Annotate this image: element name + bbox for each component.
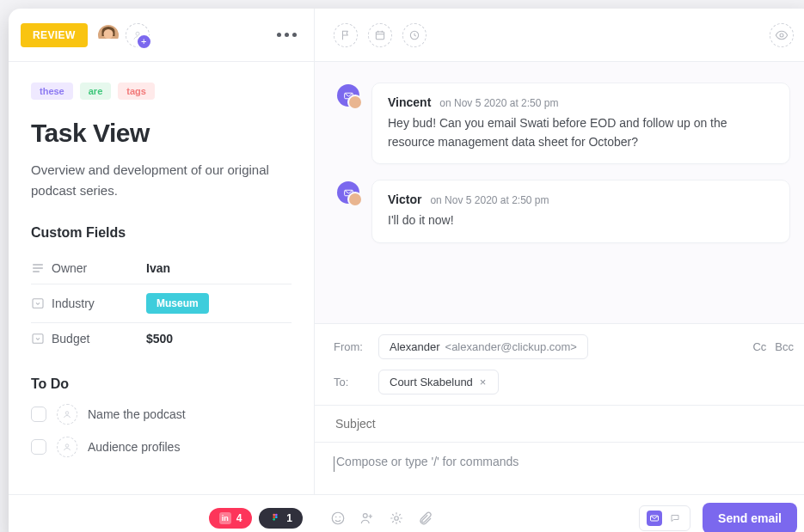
svg-point-15 [332,512,344,524]
mail-icon [343,187,354,199]
cc-button[interactable]: Cc [752,340,766,353]
from-label: From: [334,340,368,353]
invision-count: 4 [236,512,242,524]
tag[interactable]: tags [118,83,155,100]
dropdown-field-icon [31,297,52,310]
to-label: To: [334,376,368,388]
todo-list: Name the podcast Audience profiles [31,404,292,457]
todo-heading: To Do [31,376,292,392]
custom-field-label: Owner [52,261,146,275]
from-name: Alexander [390,340,440,353]
activity-header [315,9,804,62]
todo-checkbox[interactable] [31,439,46,455]
comment-author: Vincent [388,95,431,109]
clock-icon [408,29,420,41]
svg-point-4 [65,444,69,448]
custom-fields-list: Owner Ivan Industry Museum Budget $500 [31,253,292,354]
svg-point-10 [273,513,276,516]
assignee-avatar[interactable] [96,23,120,47]
svg-rect-5 [376,31,384,39]
task-description[interactable]: Overview and development of our original… [31,160,292,201]
svg-point-3 [65,412,69,415]
body-editor[interactable]: Compose or type '/' for commands [315,443,804,491]
send-email-button[interactable]: Send email [703,503,797,533]
status-button[interactable]: REVIEW [21,23,88,47]
tag[interactable]: these [31,83,73,100]
comment-body: Hey bud! Can you email Swati before EOD … [388,114,774,151]
set-date-button[interactable] [368,23,392,47]
body-placeholder: Compose or type '/' for commands [336,455,519,486]
email-mode-icon [647,511,662,526]
todo-checkbox[interactable] [31,407,46,422]
invision-attachments-button[interactable]: in 4 [209,508,253,529]
attach-button[interactable] [418,511,433,526]
todo-label[interactable]: Audience profiles [88,440,180,454]
to-pill[interactable]: Court Skabelund × [378,370,499,394]
task-window: REVIEW + these are tags Task View Overvi… [9,9,804,532]
flag-icon [340,29,352,41]
svg-point-11 [275,513,278,516]
settings-button[interactable] [389,511,404,526]
paperclip-icon [418,511,433,526]
figma-attachments-button[interactable]: 1 [259,508,303,529]
track-time-button[interactable] [402,23,427,47]
custom-field-row: Industry Museum [31,284,292,323]
assign-icon [359,511,375,526]
svg-point-16 [335,516,337,517]
comment-bubble[interactable]: Vincent on Nov 5 2020 at 2:50 pm Hey bud… [371,83,790,164]
comment-author: Victor [388,193,421,206]
from-email: <alexander@clickup.com> [445,340,577,353]
custom-field-label: Industry [52,297,146,310]
remove-recipient-button[interactable]: × [478,376,488,388]
comment-thread: Vincent on Nov 5 2020 at 2:50 pm Hey bud… [315,62,804,250]
dropdown-field-icon [31,332,52,345]
add-assignee-button[interactable]: + [126,23,150,47]
comment: Vincent on Nov 5 2020 at 2:50 pm Hey bud… [337,83,790,164]
subject-input[interactable] [334,416,794,431]
person-icon [62,442,72,452]
custom-fields-heading: Custom Fields [31,225,292,241]
watch-button[interactable] [770,23,794,47]
custom-field-label: Budget [52,332,146,345]
mail-icon [343,90,354,101]
custom-field-value[interactable]: $500 [146,332,173,345]
more-menu-button[interactable] [272,28,302,42]
svg-rect-2 [33,334,43,344]
todo-assignee-button[interactable] [57,437,77,457]
tag[interactable]: are [80,83,112,100]
text-field-icon [31,261,52,275]
todo-item: Name the podcast [31,404,292,425]
comment-bubble[interactable]: Victor on Nov 5 2020 at 2:50 pm I'll do … [371,180,790,243]
comment: Victor on Nov 5 2020 at 2:50 pm I'll do … [337,180,790,243]
task-header: REVIEW + [9,9,314,62]
compose-mode-toggle[interactable] [639,505,690,531]
from-pill[interactable]: Alexander <alexander@clickup.com> [378,334,588,359]
task-title[interactable]: Task View [31,119,292,148]
svg-point-7 [780,34,783,37]
todo-label[interactable]: Name the podcast [88,407,186,421]
comment-timestamp: on Nov 5 2020 at 2:50 pm [430,194,549,206]
to-name: Court Skabelund [390,376,473,388]
custom-field-value[interactable]: Ivan [146,261,170,275]
task-panel: REVIEW + these are tags Task View Overvi… [9,9,315,532]
subject-row [315,405,804,443]
comment-avatar [337,84,359,107]
to-row: To: Court Skabelund × [315,370,804,405]
person-icon [62,409,72,419]
emoji-button[interactable] [330,511,346,526]
svg-point-17 [340,516,341,517]
todo-assignee-button[interactable] [57,404,77,425]
comment-timestamp: on Nov 5 2020 at 2:50 pm [439,97,558,109]
custom-field-row: Budget $500 [31,323,292,354]
from-row: From: Alexander <alexander@clickup.com> … [315,324,804,370]
svg-point-19 [395,516,399,520]
svg-point-14 [273,518,276,521]
text-caret-icon [334,456,334,472]
svg-point-13 [275,516,278,518]
mention-button[interactable] [359,511,375,526]
figma-icon [269,512,281,524]
set-priority-button[interactable] [334,23,358,47]
invision-icon: in [219,512,231,524]
bcc-button[interactable]: Bcc [775,340,794,353]
custom-field-value[interactable]: Museum [146,293,209,314]
